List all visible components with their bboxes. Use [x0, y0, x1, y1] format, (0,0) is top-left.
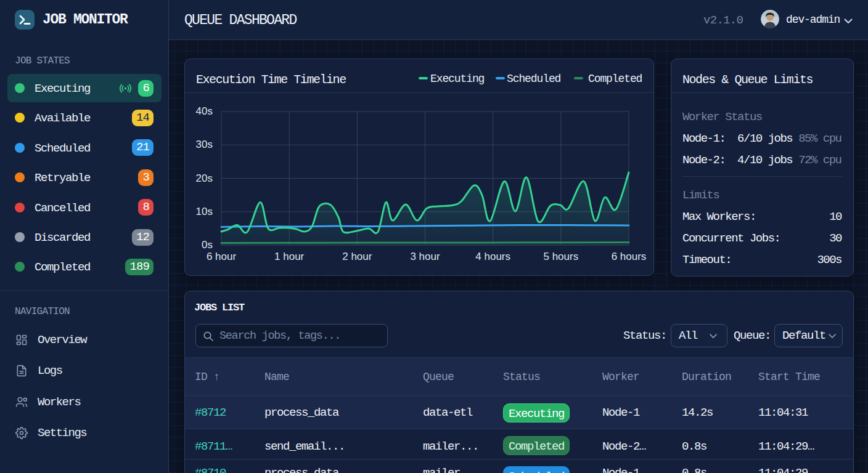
svg-text:1 hour: 1 hour	[274, 251, 305, 262]
svg-text:30s: 30s	[196, 139, 213, 150]
svg-text:4 hours: 4 hours	[475, 251, 510, 262]
svg-text:5 hours: 5 hours	[543, 251, 578, 262]
svg-text:3 hour: 3 hour	[410, 251, 440, 262]
svg-text:20s: 20s	[196, 172, 213, 184]
svg-text:6 hours: 6 hours	[612, 251, 647, 262]
svg-text:6 hour: 6 hour	[207, 251, 237, 262]
svg-text:10s: 10s	[196, 206, 213, 217]
svg-text:2 hour: 2 hour	[342, 251, 372, 262]
svg-text:0s: 0s	[202, 239, 213, 251]
svg-text:40s: 40s	[196, 105, 213, 117]
